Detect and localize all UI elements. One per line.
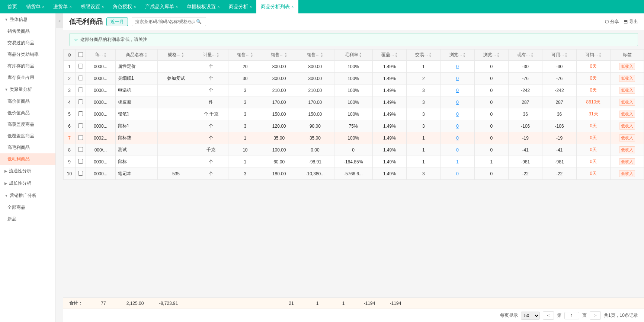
settings-icon[interactable]: ⚙ (67, 52, 71, 58)
th-view1[interactable]: 浏览... ▲▼ (440, 50, 474, 61)
close-icon[interactable]: × (250, 4, 252, 9)
th-coverage[interactable]: 覆盖... ▲▼ (372, 50, 406, 61)
cell-checkbox[interactable] (76, 96, 86, 108)
cell-view1[interactable]: 1 (440, 156, 474, 168)
table-row: 6 0000... 鼠标1 个 3 120.00 90.00 75% 1.49%… (64, 120, 644, 132)
close-icon[interactable]: × (102, 4, 104, 9)
share-btn[interactable]: ⬡ 分享 (605, 19, 619, 25)
th-current[interactable]: 现有... ▲▼ (509, 50, 542, 61)
th-trade-count[interactable]: 交易... ▲▼ (407, 50, 440, 61)
cell-view1[interactable]: 0 (440, 61, 474, 73)
page-title: 低毛利商品 (69, 17, 103, 26)
prev-page-btn[interactable]: ＜ (543, 311, 554, 320)
cell-view2: 0 (474, 168, 508, 180)
cell-no: 6 (64, 120, 76, 132)
close-icon[interactable]: × (176, 4, 178, 9)
page-size-label: 每页显示 (500, 312, 518, 319)
sidebar-group-growth[interactable]: ▶ 成长性分析 (0, 177, 55, 189)
cell-view1[interactable]: 0 (440, 108, 474, 120)
sidebar-item-low-margin[interactable]: 低毛利商品 (0, 153, 55, 165)
sidebar-item-stock-capital[interactable]: 库存资金占用 (0, 72, 55, 83)
sidebar-item-low-coverage[interactable]: 低覆盖度商品 (0, 130, 55, 142)
cell-sales-count: 20 (228, 61, 262, 73)
cell-view1[interactable]: 0 (440, 96, 474, 108)
sidebar-group-cluster[interactable]: ▼ 类聚量分析 (0, 83, 55, 96)
select-all-checkbox[interactable] (78, 52, 83, 57)
th-gross-margin[interactable]: 毛利率 ▲▼ (334, 50, 372, 61)
sidebar-item-new-goods[interactable]: 新品 (0, 213, 55, 225)
export-btn[interactable]: ⬒ 导出 (624, 19, 638, 25)
header-actions: ⬡ 分享 ⬒ 导出 (605, 19, 638, 25)
sidebar-item-high-coverage[interactable]: 高覆盖度商品 (0, 119, 55, 130)
sidebar-item-category-rate[interactable]: 商品分类助销率 (0, 49, 55, 60)
footer-label: 合计： (69, 300, 83, 306)
th-view2[interactable]: 浏览... ▲▼ (474, 50, 508, 61)
search-input[interactable] (135, 19, 195, 24)
th-checkbox[interactable] (76, 50, 86, 61)
cell-unit: 个 (194, 73, 228, 85)
th-sales-price[interactable]: 销售... ▲▼ (262, 50, 296, 61)
th-saleable[interactable]: 可销... ▲▼ (576, 50, 610, 61)
nav-sales[interactable]: 销货单 × (22, 0, 49, 13)
th-sales-count[interactable]: 销售... ▲▼ (228, 50, 262, 61)
sidebar-item-high-value[interactable]: 高价值商品 (0, 96, 55, 107)
th-spec[interactable]: 规格... ▲▼ (158, 50, 194, 61)
close-icon[interactable]: × (42, 4, 44, 9)
cell-checkbox[interactable] (76, 132, 86, 144)
cell-checkbox[interactable] (76, 120, 86, 132)
cell-checkbox[interactable] (76, 156, 86, 168)
page-size-select[interactable]: 50 100 200 (521, 312, 540, 320)
cell-checkbox[interactable] (76, 73, 86, 85)
close-icon[interactable]: × (69, 4, 71, 9)
cell-view1[interactable]: 0 (440, 120, 474, 132)
sidebar-item-low-value[interactable]: 低价值商品 (0, 107, 55, 119)
next-page-btn[interactable]: ＞ (590, 311, 601, 320)
th-sales-profit[interactable]: 销售... ▲▼ (296, 50, 334, 61)
sidebar-group-flow[interactable]: ▶ 流通性分析 (0, 165, 55, 177)
table-container[interactable]: ⚙ 商... ▲▼ 商品名称 (63, 49, 644, 297)
th-available[interactable]: 可用... ▲▼ (542, 50, 576, 61)
sidebar-group-overall[interactable]: ▼ 整体信息 (0, 13, 55, 26)
cell-view1[interactable]: 0 (440, 73, 474, 85)
nav-home[interactable]: 首页 (3, 0, 22, 13)
cell-checkbox[interactable] (76, 144, 86, 156)
sidebar-group-marketing[interactable]: ▼ 营销推广分析 (0, 189, 55, 202)
nav-product-analysis[interactable]: 商品分析 × (224, 0, 256, 13)
th-unit[interactable]: 计量... ▲▼ (194, 50, 228, 61)
close-icon[interactable]: × (291, 4, 294, 9)
sidebar-item-all-goods[interactable]: 全部商品 (0, 202, 55, 213)
close-icon[interactable]: × (217, 4, 220, 9)
cell-sales-count: 3 (228, 168, 262, 180)
cell-available: -106 (542, 120, 576, 132)
page-input[interactable] (564, 312, 579, 319)
cell-checkbox[interactable] (76, 108, 86, 120)
nav-roles[interactable]: 角色授权 × (108, 0, 140, 13)
cell-view1[interactable]: 0 (440, 85, 474, 96)
sidebar-item-traded-goods[interactable]: 交易过的商品 (0, 37, 55, 49)
filter-month-btn[interactable]: 近一月 (106, 17, 128, 26)
th-settings[interactable]: ⚙ (64, 50, 76, 61)
cell-view1[interactable]: 0 (440, 168, 474, 180)
nav-permissions[interactable]: 权限设置 × (76, 0, 108, 13)
cell-sales-price: 210.00 (262, 85, 296, 96)
sidebar-item-high-margin[interactable]: 高毛利商品 (0, 142, 55, 153)
nav-products-in[interactable]: 产成品入库单 × (141, 0, 182, 13)
nav-purchase[interactable]: 进货单 × (49, 0, 76, 13)
cell-view1[interactable]: 0 (440, 144, 474, 156)
th-code[interactable]: 商... ▲▼ (86, 50, 116, 61)
cell-checkbox[interactable] (76, 168, 86, 180)
search-icon[interactable]: 🔍 (196, 19, 202, 24)
sidebar-item-in-stock[interactable]: 有库存的商品 (0, 60, 55, 72)
cell-checkbox[interactable] (76, 61, 86, 73)
nav-template[interactable]: 单据模板设置 × (182, 0, 224, 13)
cell-view1[interactable]: 0 (440, 132, 474, 144)
th-name[interactable]: 商品名称 ▲▼ (115, 50, 158, 61)
cell-sales-profit: 150.00 (296, 108, 334, 120)
cell-available: -30 (542, 61, 576, 73)
th-tag[interactable]: 标签 (611, 50, 644, 61)
sidebar-item-sales-goods[interactable]: 销售类商品 (0, 26, 55, 37)
nav-product-analysis-list[interactable]: 商品分析列表 × (256, 0, 298, 13)
close-icon[interactable]: × (134, 4, 136, 9)
sidebar-collapse-btn[interactable]: « (56, 13, 63, 28)
cell-checkbox[interactable] (76, 85, 86, 96)
